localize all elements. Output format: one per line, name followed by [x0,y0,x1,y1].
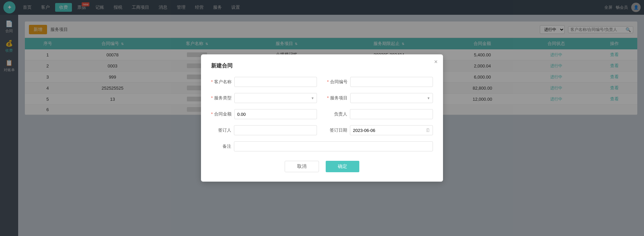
service-type-select-wrap [234,93,317,103]
sign-date-label: 签订日期 [327,127,347,133]
sign-date-input[interactable] [350,125,433,135]
contract-no-label: 合同编号 [327,79,348,85]
cancel-button[interactable]: 取消 [285,161,319,172]
form-group-customer: 客户名称 [211,77,317,87]
form-group-service-type: 服务类型 [211,93,317,103]
form-row-3: 合同金额 负责人 [211,109,433,119]
modal-overlay: × 新建合同 客户名称 合同编号 服务类型 服务项目 [0,0,644,236]
form-group-sign-date: 签订日期 🗓 [327,125,433,135]
service-type-label: 服务类型 [211,95,232,101]
form-group-remark: 备注 [211,141,433,151]
signer-input[interactable] [234,125,317,135]
signer-label: 签订人 [211,127,231,133]
form-row-2: 服务类型 服务项目 [211,93,433,103]
remark-label: 备注 [211,143,231,149]
modal-footer: 取消 确定 [211,161,433,172]
form-group-responsible: 负责人 [327,109,433,119]
confirm-button[interactable]: 确定 [326,161,359,172]
form-row-5: 备注 [211,141,433,151]
form-row-1: 客户名称 合同编号 [211,77,433,87]
form-group-amount: 合同金额 [211,109,317,119]
sign-date-wrap: 🗓 [350,125,433,135]
customer-name-input[interactable] [234,77,317,87]
contract-no-input[interactable] [350,77,433,87]
service-item-select[interactable] [350,93,433,103]
form-group-service-item: 服务项目 [327,93,433,103]
modal-close-button[interactable]: × [434,58,438,65]
remark-input[interactable] [234,141,433,151]
service-type-select[interactable] [234,93,317,103]
form-group-signer: 签订人 [211,125,317,135]
contract-amount-input[interactable] [234,109,317,119]
service-item-label: 服务项目 [327,95,348,101]
form-group-contract-no: 合同编号 [327,77,433,87]
new-contract-modal: × 新建合同 客户名称 合同编号 服务类型 服务项目 [201,54,443,182]
calendar-icon[interactable]: 🗓 [426,128,430,133]
customer-name-label: 客户名称 [211,79,232,85]
service-item-select-wrap [350,93,433,103]
responsible-label: 负责人 [327,111,347,117]
form-row-4: 签订人 签订日期 🗓 [211,125,433,135]
modal-title: 新建合同 [211,62,433,69]
contract-amount-label: 合同金额 [211,111,232,117]
responsible-input[interactable] [350,109,433,119]
